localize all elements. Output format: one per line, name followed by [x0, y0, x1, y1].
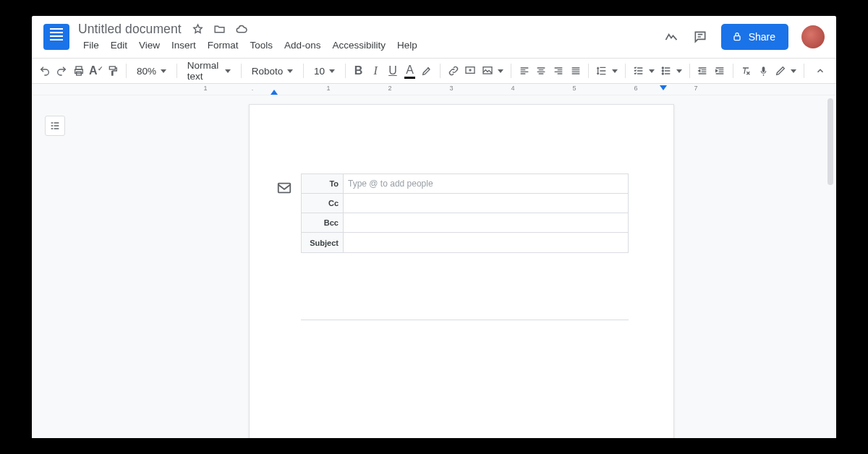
menu-help[interactable]: Help [392, 38, 422, 52]
email-subject-label: Subject [302, 233, 344, 252]
gmail-icon [276, 180, 292, 196]
menu-bar: File Edit View Insert Format Tools Add-o… [78, 38, 422, 52]
ruler-tick: . [252, 85, 254, 92]
align-left-button[interactable] [517, 61, 532, 81]
voice-typing-button[interactable] [756, 61, 770, 81]
undo-button[interactable] [38, 61, 52, 81]
email-bcc-input[interactable] [348, 218, 628, 228]
account-avatar[interactable] [801, 25, 825, 48]
email-body-separator [301, 320, 629, 320]
document-canvas: To Cc Bcc Subject [32, 95, 836, 438]
caret-down-icon [161, 69, 166, 73]
caret-down-icon [791, 69, 796, 73]
menu-insert[interactable]: Insert [166, 38, 201, 52]
zoom-value: 80% [137, 66, 156, 77]
bold-button[interactable]: B [352, 61, 366, 81]
menu-format[interactable]: Format [203, 38, 244, 52]
caret-down-icon [287, 69, 293, 73]
highlight-color-button[interactable] [420, 61, 434, 81]
email-cc-input[interactable] [348, 198, 628, 208]
paragraph-style-value: Normal text [187, 60, 221, 82]
svg-point-7 [662, 67, 663, 69]
svg-point-9 [662, 73, 663, 74]
email-subject-row: Subject [302, 233, 628, 252]
ruler-tick: 4 [511, 85, 514, 92]
comments-icon[interactable] [692, 29, 708, 45]
email-subject-input[interactable] [348, 238, 628, 248]
collapse-toolbar-button[interactable] [810, 61, 830, 81]
menu-accessibility[interactable]: Accessibility [327, 38, 391, 52]
zoom-select[interactable]: 80% [132, 61, 171, 81]
menu-edit[interactable]: Edit [106, 38, 132, 52]
insert-link-button[interactable] [446, 61, 461, 81]
align-justify-button[interactable] [569, 61, 583, 81]
share-button[interactable]: Share [721, 24, 788, 50]
scrollbar-thumb[interactable] [827, 98, 833, 185]
paint-format-button[interactable] [106, 61, 121, 81]
caret-down-icon [329, 69, 335, 73]
text-color-button[interactable]: A [403, 61, 417, 81]
font-size-select[interactable]: 10 [310, 61, 339, 81]
ruler-tick: 1 [326, 85, 330, 92]
font-family-value: Roboto [252, 66, 284, 77]
svg-rect-4 [110, 67, 116, 69]
document-title[interactable]: Untitled document [78, 22, 182, 37]
share-button-label: Share [749, 31, 775, 43]
decrease-indent-button[interactable] [696, 61, 710, 81]
star-icon[interactable] [192, 23, 205, 36]
email-cc-row: Cc [302, 194, 628, 213]
ruler-tick: 3 [449, 85, 453, 92]
move-folder-icon[interactable] [213, 23, 226, 36]
svg-point-8 [662, 70, 663, 72]
paragraph-style-select[interactable]: Normal text [183, 61, 235, 81]
cloud-status-icon[interactable] [235, 23, 248, 36]
clear-formatting-button[interactable] [739, 61, 754, 81]
activity-icon[interactable] [663, 29, 679, 45]
menu-file[interactable]: File [78, 38, 104, 52]
font-size-value: 10 [314, 66, 325, 77]
spellcheck-button[interactable]: A✓ [89, 61, 103, 81]
email-bcc-row: Bcc [302, 213, 628, 233]
menu-tools[interactable]: Tools [245, 38, 278, 52]
ruler-tick: 1 [203, 85, 207, 92]
insert-comment-button[interactable] [463, 61, 477, 81]
vertical-scrollbar[interactable] [826, 95, 835, 438]
left-indent-marker[interactable] [271, 90, 278, 95]
editing-mode-button[interactable] [773, 61, 798, 81]
align-center-button[interactable] [534, 61, 548, 81]
bulleted-list-button[interactable] [659, 61, 684, 81]
horizontal-ruler[interactable]: 1 . 1 2 3 4 5 6 7 [32, 84, 836, 95]
menu-addons[interactable]: Add-ons [279, 38, 326, 52]
right-indent-marker[interactable] [660, 85, 667, 90]
align-right-button[interactable] [551, 61, 566, 81]
ruler-tick: 2 [388, 85, 391, 92]
ruler-tick: 5 [572, 85, 576, 92]
increase-indent-button[interactable] [712, 61, 727, 81]
print-button[interactable] [72, 61, 86, 81]
ruler-tick: 7 [694, 85, 697, 92]
email-cc-label: Cc [302, 194, 344, 213]
underline-button[interactable]: U [386, 61, 400, 81]
toolbar: A✓ 80% Normal text Roboto 10 B I U A [32, 58, 836, 84]
ruler-tick: 6 [634, 85, 637, 92]
menu-view[interactable]: View [134, 38, 165, 52]
svg-rect-10 [278, 184, 291, 193]
caret-down-icon [676, 69, 682, 73]
email-to-label: To [302, 174, 344, 193]
line-spacing-button[interactable] [595, 61, 619, 81]
title-bar: Untitled document File Edit View Insert … [32, 16, 836, 58]
docs-app-icon[interactable] [43, 24, 69, 50]
caret-down-icon [225, 69, 231, 73]
redo-button[interactable] [55, 61, 69, 81]
email-to-input[interactable] [348, 179, 628, 189]
caret-down-icon [649, 69, 655, 73]
checklist-button[interactable] [631, 61, 656, 81]
italic-button[interactable]: I [368, 61, 383, 81]
font-family-select[interactable]: Roboto [247, 61, 298, 81]
email-bcc-label: Bcc [302, 213, 344, 232]
document-page[interactable] [249, 104, 674, 438]
email-to-row: To [302, 174, 628, 194]
show-outline-button[interactable] [45, 116, 65, 136]
caret-down-icon [498, 69, 503, 73]
insert-image-button[interactable] [480, 61, 505, 81]
